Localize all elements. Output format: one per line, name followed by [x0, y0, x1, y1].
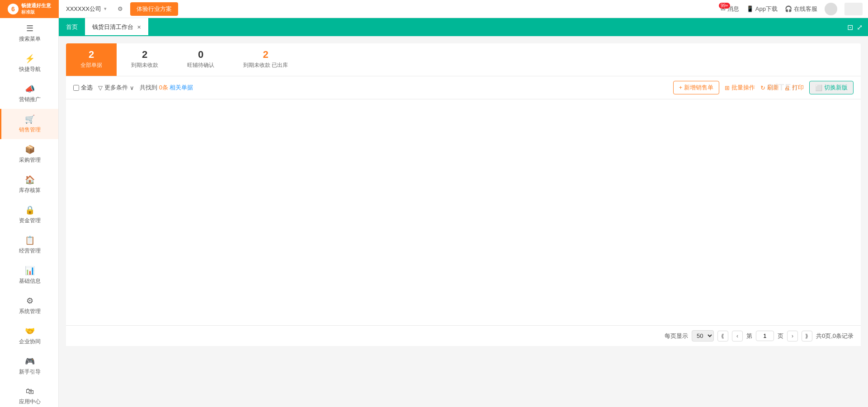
chevron-down-icon: ▾ — [104, 6, 107, 12]
sidebar-item-label-marketing: 营销推广 — [19, 96, 41, 103]
found-related[interactable]: 相关单据 — [170, 84, 193, 91]
more-filters-button[interactable]: ▽ 更多条件 ∨ — [98, 84, 134, 92]
sidebar-item-operation[interactable]: 📋 经营管理 — [0, 230, 58, 260]
page-prev-button[interactable]: ‹ — [732, 331, 743, 342]
select-all-checkbox[interactable]: 全选 — [73, 84, 93, 92]
sidebar-item-cooperation[interactable]: 🤝 企业协同 — [0, 321, 58, 351]
found-text: 共找到 0条 相关单据 — [140, 84, 193, 92]
sidebar-item-purchase[interactable]: 📦 采购管理 — [0, 139, 58, 169]
cooperation-icon: 🤝 — [25, 326, 35, 336]
base-info-icon: 📊 — [25, 266, 35, 276]
operation-icon: 📋 — [25, 235, 35, 245]
nav-actions: ⊡ ⤢ — [847, 23, 868, 32]
sidebar-item-guide[interactable]: 🎮 新手引导 — [0, 351, 58, 381]
more-filters-label: 更多条件 — [104, 84, 128, 92]
stat-overdue-label: 到期未收款 — [131, 61, 158, 69]
stat-tab-overdue-shipped[interactable]: 2 到期未收款 已出库 — [229, 43, 302, 76]
filter-chevron-icon: ∨ — [130, 84, 134, 91]
pagination-bar: 每页显示 50 ⟪ ‹ 第 页 › ⟫ 共0页,0条记录 — [66, 325, 861, 346]
stat-tab-overdue-unpaid[interactable]: 2 到期未收款 — [117, 43, 173, 76]
stat-tab-wangwang[interactable]: 0 旺辅待确认 — [173, 43, 229, 76]
stats-tabs: 2 全部单据 2 到期未收款 0 旺辅待确认 2 到期未收款 已出库 — [66, 43, 861, 76]
sidebar-item-label-guide: 新手引导 — [19, 368, 41, 376]
sidebar-item-base-info[interactable]: 📊 基础信息 — [0, 260, 58, 290]
app-download-button[interactable]: 📱 App下载 — [746, 5, 778, 13]
toolbar: 全选 ▽ 更多条件 ∨ 共找到 0条 相关单据 + 新增销售单 ⊞ 批量操作 ↻… — [66, 76, 861, 99]
guide-icon: 🎮 — [25, 356, 35, 366]
batch-icon: ⊞ — [725, 84, 730, 91]
inventory-icon: 🏠 — [25, 175, 35, 185]
sidebar-item-app-center[interactable]: 🛍 应用中心 — [0, 381, 58, 407]
app-center-icon: 🛍 — [26, 387, 34, 396]
page-suffix: 页 — [778, 332, 783, 340]
page-first-button[interactable]: ⟪ — [717, 331, 728, 342]
logo-area: 6 畅捷通好生意 标准版 — [0, 0, 59, 18]
top-bar-left: 6 畅捷通好生意 标准版 XXXXXX公司 ▾ ⚙ 体验行业方案 — [0, 0, 178, 18]
per-page-label: 每页显示 — [665, 332, 688, 340]
search-menu-icon: ☰ — [26, 23, 33, 33]
toolbar-right: + 新增销售单 ⊞ 批量操作 ↻ 刷新 🖨 打印 ⬜ 切换新版 — [673, 81, 854, 94]
purchase-icon: 📦 — [25, 145, 35, 154]
select-all-label: 全选 — [81, 84, 93, 92]
batch-ops-button[interactable]: ⊞ 批量操作 — [725, 84, 755, 92]
found-count: 0条 — [159, 84, 168, 91]
page-input[interactable] — [756, 331, 774, 341]
sidebar-item-sales[interactable]: 🛒 销售管理 — [0, 109, 58, 139]
page-last-button[interactable]: ⟫ — [802, 331, 812, 342]
sales-icon: 🛒 — [25, 114, 35, 124]
message-badge-wrap: ✉ 99+ — [721, 5, 726, 12]
sidebar-item-inventory[interactable]: 🏠 库存核算 — [0, 169, 58, 200]
switch-new-version-button[interactable]: ⬜ 切换新版 — [809, 81, 854, 94]
window-restore-icon[interactable]: ⊡ — [847, 23, 853, 32]
tab-home-label: 首页 — [66, 23, 78, 31]
stat-wangwang-label: 旺辅待确认 — [187, 61, 214, 69]
stat-shipped-count: 2 — [263, 49, 269, 61]
avatar[interactable] — [825, 3, 837, 15]
print-icon: 🖨 — [784, 84, 790, 91]
page-next-button[interactable]: › — [787, 331, 798, 342]
online-service-label: 在线客服 — [794, 5, 817, 13]
sidebar-item-marketing[interactable]: 📣 营销推广 — [0, 79, 58, 109]
logo-icon: 6 — [8, 4, 19, 14]
sidebar-item-label-quick: 快捷导航 — [19, 65, 41, 73]
window-maximize-icon[interactable]: ⤢ — [857, 23, 863, 32]
nav-tabs: 首页 钱货日清工作台 ✕ ⊡ ⤢ — [59, 18, 868, 36]
message-button[interactable]: ✉ 99+ 消息 — [721, 5, 739, 13]
sidebar-item-finance[interactable]: 🔒 资金管理 — [0, 200, 58, 230]
add-sales-button[interactable]: + 新增销售单 — [673, 81, 719, 94]
sidebar-item-search-menu[interactable]: ☰ 搜索菜单 — [0, 18, 58, 48]
online-service-button[interactable]: 🎧 在线客服 — [785, 5, 817, 13]
stat-shipped-label: 到期未收款 已出库 — [243, 61, 288, 69]
settings-button[interactable]: ⚙ — [114, 3, 127, 15]
stat-wangwang-count: 0 — [198, 49, 203, 61]
stat-tab-all[interactable]: 2 全部单据 — [66, 43, 117, 76]
service-icon: 🎧 — [785, 5, 792, 12]
stat-overdue-count: 2 — [142, 49, 147, 61]
sidebar: ☰ 搜索菜单 ⚡ 快捷导航 📣 营销推广 🛒 销售管理 📦 采购管理 🏠 库存核… — [0, 18, 59, 407]
page-label: 第 — [746, 332, 752, 340]
app-download-label: App下载 — [755, 5, 778, 13]
refresh-icon: ↻ — [760, 84, 765, 91]
user-name-display[interactable] — [844, 3, 863, 15]
tab-workbench[interactable]: 钱货日清工作台 ✕ — [85, 18, 148, 36]
top-bar: 6 畅捷通好生意 标准版 XXXXXX公司 ▾ ⚙ 体验行业方案 ✉ 99+ 消… — [0, 0, 868, 18]
print-button[interactable]: 🖨 打印 — [784, 84, 804, 92]
logo-name: 畅捷通好生意 — [21, 2, 51, 9]
sidebar-item-label-cooperation: 企业协同 — [19, 338, 41, 346]
sidebar-item-label-finance: 资金管理 — [19, 217, 41, 225]
empty-state — [66, 99, 861, 316]
sidebar-item-system[interactable]: ⚙ 系统管理 — [0, 290, 58, 321]
company-name: XXXXXX公司 — [66, 5, 101, 13]
experience-button[interactable]: 体验行业方案 — [130, 2, 178, 16]
refresh-button[interactable]: ↻ 刷新 — [760, 84, 779, 92]
top-bar-right: ✉ 99+ 消息 📱 App下载 🎧 在线客服 — [721, 3, 863, 15]
tab-home[interactable]: 首页 — [59, 18, 85, 36]
company-selector[interactable]: XXXXXX公司 ▾ — [62, 3, 110, 15]
toolbar-left: 全选 ▽ 更多条件 ∨ 共找到 0条 相关单据 — [73, 84, 668, 92]
tab-close-icon[interactable]: ✕ — [137, 24, 141, 30]
select-all-input[interactable] — [73, 85, 79, 91]
sidebar-item-quick-nav[interactable]: ⚡ 快捷导航 — [0, 48, 58, 79]
marketing-icon: 📣 — [25, 84, 35, 94]
per-page-select[interactable]: 50 — [692, 330, 714, 342]
filter-icon: ▽ — [98, 84, 103, 91]
